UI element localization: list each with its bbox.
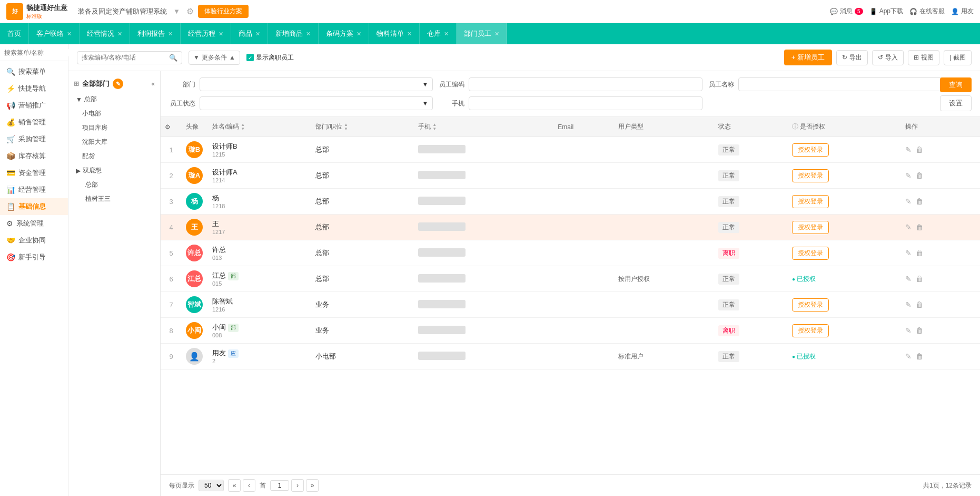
- auth-btn[interactable]: 授权登录: [792, 324, 829, 337]
- dept-item-project[interactable]: 项目库房: [73, 121, 156, 135]
- nav-bom[interactable]: 物料清单 ✕: [369, 23, 420, 44]
- resigned-checkbox[interactable]: ✓: [246, 54, 254, 61]
- delete-icon[interactable]: 🗑: [916, 249, 923, 257]
- trial-btn[interactable]: 体验行业方案: [198, 5, 249, 18]
- search-btn[interactable]: 查询: [940, 77, 972, 92]
- col-settings[interactable]: ⚙: [161, 117, 182, 137]
- dropdown-icon[interactable]: ▼: [173, 7, 180, 15]
- col-phone[interactable]: 手机 ▲▼: [414, 117, 553, 137]
- close-bom-icon[interactable]: ✕: [407, 31, 412, 37]
- app-download-btn[interactable]: 📱 App下载: [869, 7, 903, 16]
- message-btn[interactable]: 💬 消息 5: [830, 7, 863, 16]
- empname-input[interactable]: [738, 77, 972, 91]
- dept-item-shuangluxiang[interactable]: ▶ 双鹿想: [73, 163, 156, 178]
- user-avatar[interactable]: 👤 用友: [951, 7, 974, 16]
- delete-icon[interactable]: 🗑: [916, 352, 923, 361]
- print-btn[interactable]: | 截图: [944, 50, 972, 65]
- delete-icon[interactable]: 🗑: [916, 300, 923, 309]
- dept-item-zongbu-expand[interactable]: ▼ 总部: [73, 92, 156, 106]
- close-profit-icon[interactable]: ✕: [168, 31, 173, 37]
- main-search-icon[interactable]: 🔍: [169, 54, 177, 62]
- delete-icon[interactable]: 🗑: [916, 197, 923, 206]
- sidebar-item-search[interactable]: 🔍 搜索菜单: [0, 63, 68, 80]
- edit-icon[interactable]: ✎: [905, 275, 912, 283]
- delete-icon[interactable]: 🗑: [916, 223, 923, 231]
- dept-item-shenyang[interactable]: 沈阳大库: [73, 135, 156, 149]
- empcode-input[interactable]: [469, 77, 702, 91]
- export-btn[interactable]: ↻ 导出: [836, 50, 868, 65]
- sidebar-item-purchase[interactable]: 🛒 采购管理: [0, 131, 68, 148]
- sidebar-item-sales[interactable]: 💰 销售管理: [0, 114, 68, 131]
- close-warehouse-icon[interactable]: ✕: [444, 31, 449, 37]
- dept-select[interactable]: ▼: [200, 77, 433, 91]
- edit-icon[interactable]: ✎: [905, 352, 912, 361]
- next-page-btn[interactable]: ›: [291, 479, 304, 492]
- auth-btn[interactable]: 授权登录: [792, 298, 829, 312]
- edit-icon[interactable]: ✎: [905, 171, 912, 180]
- dept-item-zongbu2[interactable]: 总部: [73, 178, 156, 192]
- dept-edit-btn[interactable]: ✎: [113, 79, 123, 89]
- close-operations-icon[interactable]: ✕: [117, 31, 122, 37]
- close-dept-icon[interactable]: ✕: [494, 31, 499, 37]
- nav-operations[interactable]: 经营情况 ✕: [80, 23, 130, 44]
- nav-dept-employee[interactable]: 部门员工 ✕: [457, 23, 507, 44]
- nav-new-goods[interactable]: 新增商品 ✕: [268, 23, 319, 44]
- dept-item-xiaodianbu[interactable]: 小电部: [73, 106, 156, 121]
- sidebar-item-collab[interactable]: 🤝 企业协同: [0, 232, 68, 249]
- delete-icon[interactable]: 🗑: [916, 326, 923, 335]
- sidebar-item-basicinfo[interactable]: 📋 基础信息: [0, 198, 68, 215]
- edit-icon[interactable]: ✎: [905, 223, 912, 231]
- delete-icon[interactable]: 🗑: [916, 145, 923, 154]
- sidebar-item-marketing[interactable]: 📢 营销推广: [0, 97, 68, 114]
- add-employee-btn[interactable]: + 新增员工: [784, 50, 832, 65]
- delete-icon[interactable]: 🗑: [916, 171, 923, 180]
- auth-btn[interactable]: 授权登录: [792, 221, 829, 234]
- sidebar-item-quicknav[interactable]: ⚡ 快捷导航: [0, 80, 68, 97]
- settings-icon[interactable]: ⚙: [186, 6, 194, 16]
- nav-goods[interactable]: 商品 ✕: [231, 23, 268, 44]
- status-select[interactable]: ▼: [200, 96, 433, 110]
- auth-btn[interactable]: 授权登录: [792, 169, 829, 182]
- nav-warehouse[interactable]: 仓库 ✕: [420, 23, 457, 44]
- nav-barcode[interactable]: 条码方案 ✕: [319, 23, 369, 44]
- last-page-btn[interactable]: »: [306, 479, 319, 492]
- page-input[interactable]: [270, 480, 289, 491]
- phone-input[interactable]: [469, 96, 702, 110]
- dept-item-zhishuwangsan[interactable]: 植树王三: [73, 192, 156, 206]
- edit-icon[interactable]: ✎: [905, 197, 912, 206]
- more-filters-btn[interactable]: ▼ 更多条件 ▲: [189, 51, 240, 65]
- first-page-btn[interactable]: «: [228, 479, 241, 492]
- auth-btn[interactable]: 授权登录: [792, 195, 829, 208]
- main-search-input[interactable]: [82, 54, 166, 61]
- close-customer-icon[interactable]: ✕: [67, 31, 72, 37]
- page-size-select[interactable]: 50: [199, 480, 224, 491]
- view-btn[interactable]: ⊞ 视图: [908, 50, 939, 65]
- edit-icon[interactable]: ✎: [905, 300, 912, 309]
- close-barcode-icon[interactable]: ✕: [357, 31, 361, 37]
- dept-collapse-btn[interactable]: «: [151, 80, 155, 87]
- sidebar-item-inventory[interactable]: 📦 库存核算: [0, 148, 68, 164]
- nav-profit[interactable]: 利润报告 ✕: [130, 23, 181, 44]
- col-name[interactable]: 姓名/编码 ▲▼: [208, 117, 311, 137]
- sidebar-item-guide[interactable]: 🎯 新手引导: [0, 249, 68, 266]
- import-btn[interactable]: ↺ 导入: [872, 50, 904, 65]
- nav-history[interactable]: 经营历程 ✕: [181, 23, 231, 44]
- show-resigned-toggle[interactable]: ✓ 显示离职员工: [246, 53, 294, 62]
- sidebar-item-finance[interactable]: 💳 资金管理: [0, 164, 68, 181]
- close-new-goods-icon[interactable]: ✕: [306, 31, 311, 37]
- auth-btn[interactable]: 授权登录: [792, 143, 829, 157]
- nav-customer[interactable]: 客户联络 ✕: [29, 23, 80, 44]
- dept-item-distribution[interactable]: 配货: [73, 149, 156, 163]
- edit-icon[interactable]: ✎: [905, 249, 912, 257]
- sidebar-item-operations[interactable]: 📊 经营管理: [0, 181, 68, 198]
- edit-icon[interactable]: ✎: [905, 145, 912, 154]
- delete-icon[interactable]: 🗑: [916, 275, 923, 283]
- auth-btn[interactable]: 授权登录: [792, 247, 829, 260]
- nav-home[interactable]: 首页: [0, 23, 29, 44]
- edit-icon[interactable]: ✎: [905, 326, 912, 335]
- col-dept[interactable]: 部门/职位 ▲▼: [311, 117, 414, 137]
- reset-btn[interactable]: 设置: [940, 95, 972, 111]
- close-goods-icon[interactable]: ✕: [255, 31, 260, 37]
- prev-page-btn[interactable]: ‹: [243, 479, 255, 492]
- online-service-btn[interactable]: 🎧 在线客服: [909, 7, 945, 16]
